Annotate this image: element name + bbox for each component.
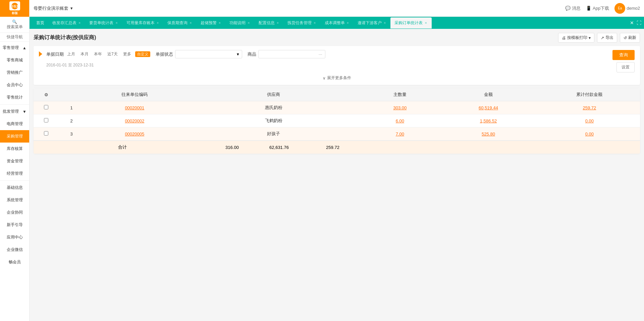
user-profile[interactable]: Ea demo2: [614, 3, 640, 14]
row-checkbox[interactable]: [44, 105, 48, 109]
expand-more[interactable]: ∨ 展开更多条件: [39, 75, 635, 81]
code-link[interactable]: 00020002: [125, 118, 144, 123]
tab-shelf-life[interactable]: 保质期查询 ×: [163, 17, 196, 29]
sidebar-item-enterprise[interactable]: 企业协同: [0, 206, 29, 219]
query-buttons: 查询 设置: [612, 50, 635, 72]
sidebar-item-wholesale[interactable]: 批发管理 ▼: [0, 105, 29, 118]
tab-close-overstock[interactable]: ×: [218, 21, 221, 25]
tab-close-order-stat[interactable]: ×: [115, 21, 118, 25]
sidebar-item-retail-stat[interactable]: 零售统计: [0, 91, 29, 104]
amount-link[interactable]: 525.80: [482, 131, 495, 137]
footer-label: 合计: [118, 144, 212, 150]
goods-input[interactable]: ···: [258, 50, 325, 58]
tab-overstock[interactable]: 超储预警 ×: [197, 17, 225, 29]
sidebar-item-vip[interactable]: 畅会员: [0, 256, 29, 268]
table-row[interactable]: 300020005好孩子7.00525.800.00: [34, 127, 640, 141]
amount-link[interactable]: 1,586.52: [480, 118, 497, 123]
tab-pick-task[interactable]: 拣货任务管理 ×: [283, 17, 320, 29]
code-link[interactable]: 00020005: [125, 131, 144, 137]
col-header-supplier: 供应商: [185, 88, 362, 101]
shortcut-7days[interactable]: 近7天: [106, 51, 119, 58]
table-row[interactable]: 200020002飞鹤奶粉6.001,586.520.00: [34, 114, 640, 127]
tab-purchase-stat[interactable]: 采购订单统计表 ×: [390, 17, 431, 29]
sidebar-item-marketing[interactable]: 营销推广: [0, 66, 29, 79]
sidebar-item-members[interactable]: 会员中心: [0, 79, 29, 91]
tab-maximize[interactable]: ⛶: [637, 20, 641, 25]
app-download-button[interactable]: 📱 App下载: [586, 5, 609, 11]
sidebar-item-purchase[interactable]: 采购管理: [0, 130, 29, 143]
row-checkbox[interactable]: [44, 131, 48, 136]
tab-collect-pay[interactable]: 收发存汇总表 ×: [48, 17, 85, 29]
status-label: 单据状态: [156, 51, 173, 57]
message-button[interactable]: 💬 消息: [565, 5, 581, 11]
tab-close-stock-ledger[interactable]: ×: [156, 21, 159, 25]
template-print-button[interactable]: 🖨 按模板打印 ▾: [558, 33, 594, 43]
sidebar-item-finance[interactable]: 资金管理: [0, 155, 29, 167]
tab-invite-customer[interactable]: 邀请下游客户 ×: [354, 17, 390, 29]
tab-close-config-info[interactable]: ×: [276, 21, 279, 25]
tab-close-collect-pay[interactable]: ×: [78, 21, 81, 25]
col-header-num: [59, 88, 84, 101]
tab-close-pick-task[interactable]: ×: [313, 21, 316, 25]
custom-badge[interactable]: 自定义: [135, 51, 150, 57]
tab-close-purchase-stat[interactable]: ×: [424, 21, 427, 25]
shortcut-more[interactable]: 更多: [122, 51, 132, 58]
qty-link[interactable]: 7.00: [396, 131, 404, 137]
tab-cost-adjust[interactable]: 成本调整单 ×: [321, 17, 354, 29]
sidebar-item-operations[interactable]: 经营管理: [0, 167, 29, 180]
tab-close-invite-customer[interactable]: ×: [383, 21, 386, 25]
sidebar-item-app-center[interactable]: 应用中心: [0, 231, 29, 244]
sidebar-item-basic-info[interactable]: 基础信息: [0, 181, 29, 194]
tab-home[interactable]: 首页: [32, 17, 48, 29]
dropdown-icon[interactable]: ▾: [70, 6, 73, 11]
shortcut-this-month[interactable]: 本月: [79, 51, 90, 58]
settings-button[interactable]: 设置: [616, 62, 635, 72]
tab-order-stat[interactable]: 要货单统计表 ×: [85, 17, 122, 29]
status-select[interactable]: ▾: [175, 50, 242, 58]
tab-stock-ledger[interactable]: 可用量库存账本 ×: [122, 17, 163, 29]
sidebar-item-retail-shop[interactable]: 零售商城: [0, 54, 29, 66]
sidebar-item-inventory[interactable]: 库存核算: [0, 143, 29, 155]
message-icon: 💬: [565, 6, 571, 11]
print-icon: 🖨: [562, 36, 566, 40]
shortcut-this-year[interactable]: 本年: [93, 51, 103, 58]
export-button[interactable]: ↗ 导出: [597, 33, 617, 43]
cell-num: 2: [59, 114, 84, 127]
tab-config-info[interactable]: 配置信息 ×: [255, 17, 283, 29]
sidebar-item-retail[interactable]: 零售管理 ▲: [0, 42, 29, 54]
footer-paid: 259.72: [306, 145, 360, 150]
table-container: ⚙ 往来单位编码 供应商 主数量 金额 累计付款金额 100020001惠氏奶粉…: [34, 88, 640, 154]
row-checkbox[interactable]: [44, 118, 48, 122]
footer-qty: 316.00: [212, 145, 252, 150]
paid-link[interactable]: 0.00: [585, 131, 594, 137]
sidebar-item-ecommerce[interactable]: 电商管理: [0, 118, 29, 130]
sidebar-item-system[interactable]: 系统管理: [0, 194, 29, 206]
code-link[interactable]: 00020001: [125, 105, 144, 110]
sidebar-item-new-guide[interactable]: 新手引导: [0, 219, 29, 231]
cell-paid: 0.00: [539, 127, 640, 141]
shortcut-last-month[interactable]: 上月: [66, 51, 76, 58]
sidebar-item-search[interactable]: 🔍 搜索菜单: [0, 17, 29, 33]
main-container: 母婴行业演示账套 ▾ 💬 消息 📱 App下载 Ea demo2 首页: [30, 0, 644, 321]
logo-icon: 好生意: [9, 1, 20, 10]
tab-func-desc[interactable]: 功能说明 ×: [225, 17, 254, 29]
tab-close-all[interactable]: ✕: [630, 20, 634, 25]
tab-close-shelf-life[interactable]: ×: [189, 21, 192, 25]
table-row[interactable]: 100020001惠氏奶粉303.0060,519.44259.72: [34, 101, 640, 114]
tab-close-cost-adjust[interactable]: ×: [346, 21, 350, 25]
col-header-checkbox[interactable]: ⚙: [34, 88, 59, 101]
paid-link[interactable]: 0.00: [585, 118, 594, 123]
amount-link[interactable]: 60,519.44: [479, 105, 498, 110]
cell-qty: 7.00: [362, 127, 438, 141]
qty-link[interactable]: 6.00: [396, 118, 404, 123]
filter-row-1: 单据日期 上月 本月 本年 近7天 更多 自定义: [46, 50, 608, 58]
sidebar-item-quick-nav[interactable]: 快捷导航: [0, 33, 29, 42]
paid-link[interactable]: 259.72: [583, 105, 596, 110]
tab-close-func-desc[interactable]: ×: [247, 21, 250, 25]
query-button[interactable]: 查询: [612, 50, 635, 60]
refresh-button[interactable]: ↺ 刷新: [620, 33, 640, 43]
qty-link[interactable]: 303.00: [393, 105, 407, 110]
download-icon: 📱: [586, 6, 591, 11]
sidebar-item-enterprise-wx[interactable]: 企业微信: [0, 244, 29, 256]
filter-collapse-toggle[interactable]: [39, 51, 42, 57]
